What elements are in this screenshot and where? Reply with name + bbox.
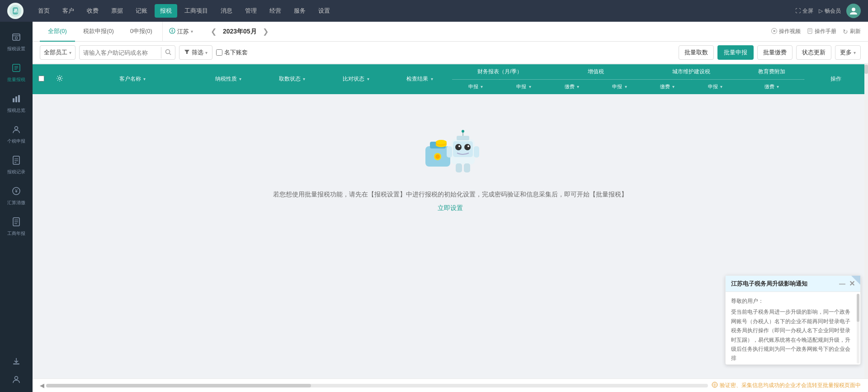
more-btn[interactable]: 更多 ▾ <box>835 45 861 60</box>
sidebar-item-personal-tax[interactable]: 个税申报 <box>0 118 33 148</box>
region-label: 江苏 <box>177 28 189 36</box>
scroll-track[interactable] <box>46 384 708 387</box>
operation-video-btn[interactable]: 操作视频 <box>771 28 801 35</box>
svg-point-5 <box>15 37 18 39</box>
svg-point-44 <box>455 144 462 150</box>
fullscreen-btn[interactable]: ⛶ 全屏 <box>795 7 813 15</box>
nav-fee[interactable]: 收费 <box>81 4 104 18</box>
download-icon[interactable] <box>9 354 24 368</box>
tab-zero-declare-label: 0申报 <box>130 27 145 35</box>
notif-scrollbar[interactable] <box>857 294 859 363</box>
tab-all[interactable]: 全部(0) <box>40 22 75 42</box>
annual-report-icon <box>9 215 24 229</box>
svg-rect-11 <box>15 96 17 102</box>
nav-accounting[interactable]: 记账 <box>130 4 153 18</box>
filter-icon <box>184 49 190 56</box>
scroll-thumb <box>46 384 311 387</box>
empty-row: 若您想使用批量报税功能，请先在【报税设置】中进行报税的初始化设置，完成密码验证和… <box>33 94 868 240</box>
edu-declare-filter-icon: ▾ <box>720 84 722 89</box>
member-btn[interactable]: ▷ 畅会员 <box>819 7 841 15</box>
nav-customer[interactable]: 客户 <box>57 4 80 18</box>
checkbox-label-wrap: 名下账套 <box>216 48 248 57</box>
search-button[interactable] <box>161 47 175 58</box>
nav-invoice[interactable]: 票据 <box>106 4 128 18</box>
svg-point-46 <box>458 145 460 147</box>
th-operation: 操作 <box>804 64 868 94</box>
sidebar-item-annual-report[interactable]: 工商年报 <box>0 210 33 241</box>
filter-button[interactable]: 筛选 ▾ <box>179 45 212 60</box>
table-vscroll-thumb <box>864 65 868 74</box>
avatar[interactable] <box>846 4 861 18</box>
table-vscrollbar[interactable] <box>864 64 868 378</box>
th-vat: 增值税 <box>548 64 644 80</box>
edu-pay-filter-icon: ▾ <box>777 84 779 89</box>
svg-rect-54 <box>464 163 470 172</box>
nav-message[interactable]: 消息 <box>215 4 238 18</box>
settlement-icon: ¥ <box>9 184 24 198</box>
nav-manage[interactable]: 管理 <box>240 4 262 18</box>
region-icon <box>169 28 175 35</box>
svg-rect-10 <box>13 98 14 102</box>
notif-minimize-btn[interactable]: — <box>839 280 845 287</box>
search-wrap <box>79 45 175 60</box>
manual-icon <box>807 28 813 35</box>
fullscreen-label: 全屏 <box>802 7 813 15</box>
nav-service[interactable]: 服务 <box>288 4 311 18</box>
search-input[interactable] <box>80 48 161 58</box>
operation-manual-label: 操作手册 <box>815 28 836 35</box>
member-label: 畅会员 <box>825 7 841 15</box>
sidebar-item-settlement[interactable]: ¥ 汇算清缴 <box>0 179 33 210</box>
select-all-checkbox[interactable] <box>38 76 44 81</box>
bottom-bar: ◀ ! 验证密、采集信息均成功的企业才会流转至批量报税页面中 <box>33 378 868 392</box>
sidebar-item-tax-settings[interactable]: 报税设置 <box>0 25 33 56</box>
region-selector[interactable]: 江苏 ▾ <box>162 22 199 42</box>
notif-header-actions: — ✕ <box>839 279 855 288</box>
setup-link[interactable]: 立即设置 <box>438 204 463 212</box>
tax-type-filter-icon: ▾ <box>239 76 241 81</box>
th-urban-pay: 缴费 ▾ <box>643 80 691 94</box>
nav-settings[interactable]: 设置 <box>313 4 335 18</box>
logo[interactable]: 易 <box>7 3 24 19</box>
nav-business[interactable]: 工商项目 <box>179 4 213 18</box>
left-arrow[interactable]: ◀ <box>40 382 44 389</box>
svg-rect-12 <box>18 95 20 102</box>
video-icon <box>771 28 777 35</box>
prev-month-btn[interactable]: ❮ <box>208 26 219 37</box>
refresh-btn[interactable]: ↻ 刷新 <box>843 28 861 35</box>
nav-operation[interactable]: 经营 <box>264 4 287 18</box>
svg-point-38 <box>435 154 440 159</box>
nav-home[interactable]: 首页 <box>33 4 55 18</box>
warning-icon: ! <box>712 382 718 389</box>
tax-overview-icon <box>9 91 24 106</box>
svg-point-13 <box>15 127 18 130</box>
batch-fetch-btn[interactable]: 批量取数 <box>679 45 714 60</box>
sidebar-label-tax-overview: 报税总览 <box>7 108 25 113</box>
tab-tax-declare[interactable]: 税款申报(0) <box>75 22 122 42</box>
under-account-checkbox[interactable] <box>216 49 222 56</box>
batch-declare-btn[interactable]: 批量申报 <box>717 45 754 60</box>
fullscreen-icon: ⛶ <box>795 8 801 14</box>
next-month-btn[interactable]: ❯ <box>260 26 271 37</box>
svg-rect-53 <box>456 163 462 172</box>
user-icon[interactable] <box>9 372 24 387</box>
th-tax-type: 纳税性质 ▾ <box>196 64 260 94</box>
empty-message: 若您想使用批量报税功能，请先在【报税设置】中进行报税的初始化设置，完成密码验证和… <box>273 191 627 199</box>
tab-zero-declare[interactable]: 0申报(0) <box>122 22 160 42</box>
main-table: 客户名称 ▾ 纳税性质 ▾ 取数状态 ▾ 比对状态 <box>33 64 868 239</box>
sidebar-item-tax-records[interactable]: 报税记录 <box>0 148 33 179</box>
batch-pay-btn[interactable]: 批量缴费 <box>757 45 793 60</box>
compare-filter-icon: ▾ <box>367 76 369 81</box>
urban-declare-filter-icon: ▾ <box>625 84 627 89</box>
status-update-btn[interactable]: 状态更新 <box>796 45 831 60</box>
svg-point-41 <box>436 140 447 144</box>
sidebar-bottom <box>9 354 24 392</box>
sidebar-item-batch-tax[interactable]: 批量报税 <box>0 56 33 87</box>
top-bar: 全部(0) 税款申报(0) 0申报(0) 江苏 ▾ ❮ 2023年05月 ❯ <box>33 22 868 42</box>
th-vat-declare: 申报 ▾ <box>500 80 547 94</box>
nav-tax[interactable]: 报税 <box>155 4 177 18</box>
personal-tax-icon <box>9 122 24 137</box>
notif-close-btn[interactable]: ✕ <box>849 279 855 288</box>
sidebar-item-tax-overview[interactable]: 报税总览 <box>0 87 33 118</box>
employee-filter[interactable]: 全部员工 ▾ <box>40 45 75 60</box>
operation-manual-btn[interactable]: 操作手册 <box>807 28 836 35</box>
